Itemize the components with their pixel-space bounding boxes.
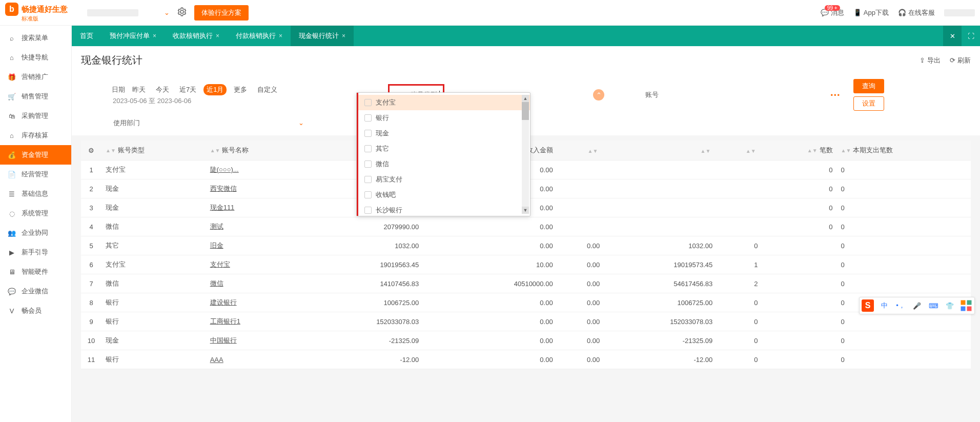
cell-account-name[interactable]: AAA xyxy=(206,350,311,369)
column-header[interactable]: ⚙ xyxy=(81,140,101,160)
column-header[interactable]: ▲▼ xyxy=(557,140,604,160)
cell-account-name[interactable]: 旧金 xyxy=(206,236,311,255)
sidebar-item-11[interactable]: ▶新手引导 xyxy=(0,243,71,262)
scroll-thumb[interactable] xyxy=(522,102,529,120)
scroll-up-arrow[interactable]: ▲ xyxy=(522,95,529,102)
sidebar-item-2[interactable]: 🎁营销推广 xyxy=(0,67,71,87)
date-option[interactable]: 昨天 xyxy=(129,84,149,95)
export-button[interactable]: ⇪ 导出 xyxy=(920,56,941,65)
date-option[interactable]: 今天 xyxy=(153,84,172,95)
ime-punct-icon[interactable]: •， xyxy=(894,299,907,312)
column-header[interactable]: ▲▼笔数 xyxy=(762,140,837,160)
dropdown-option[interactable]: 微信 xyxy=(358,156,530,172)
messages-link[interactable]: 💬 99 + 消息 xyxy=(821,8,844,17)
dropdown-option[interactable]: 收钱吧 xyxy=(358,187,530,203)
dropdown-option[interactable]: 银行 xyxy=(358,110,530,126)
app-download-link[interactable]: 📱 App下载 xyxy=(853,8,889,17)
checkbox[interactable] xyxy=(364,207,372,214)
cell-account-name[interactable]: 建设银行 xyxy=(206,293,311,312)
date-option[interactable]: 自定义 xyxy=(254,84,280,95)
gear-icon[interactable] xyxy=(177,7,187,18)
sort-icon[interactable]: ▲▼ xyxy=(700,150,710,152)
sidebar-item-14[interactable]: V畅会员 xyxy=(0,301,71,320)
dropdown-option[interactable]: 易宝支付 xyxy=(358,172,530,187)
sort-icon[interactable]: ▲▼ xyxy=(588,150,598,152)
dropdown-option[interactable]: 支付宝 xyxy=(358,95,530,110)
department-selector[interactable]: ⌄ xyxy=(145,119,304,127)
checkbox[interactable] xyxy=(364,191,372,198)
checkbox[interactable] xyxy=(364,130,372,137)
sort-icon[interactable]: ▲▼ xyxy=(106,149,116,152)
dropdown-option[interactable]: 其它 xyxy=(358,141,530,156)
column-header[interactable]: ▲▼账号类型 xyxy=(101,140,206,160)
more-filters-button[interactable]: ••• xyxy=(830,91,841,99)
ime-tools-icon[interactable] xyxy=(960,299,972,312)
sort-icon[interactable]: ▲▼ xyxy=(807,149,818,152)
close-icon[interactable]: × xyxy=(279,32,282,39)
dropdown-option[interactable]: 长沙银行 xyxy=(358,203,530,216)
cell-account-name[interactable]: 工商银行1 xyxy=(206,312,311,331)
sidebar-item-10[interactable]: 👥企业协同 xyxy=(0,223,71,243)
customer-service-link[interactable]: 🎧 在线客服 xyxy=(898,8,935,17)
column-header[interactable]: ▲▼本期支出笔数 xyxy=(837,140,971,160)
cell-account-name[interactable]: 微信 xyxy=(206,274,311,293)
close-icon[interactable]: × xyxy=(153,32,156,39)
sidebar-item-3[interactable]: 🛒销售管理 xyxy=(0,87,71,106)
checkbox[interactable] xyxy=(364,145,372,152)
cell-account-name[interactable]: 支付宝 xyxy=(206,255,311,274)
query-button[interactable]: 查询 xyxy=(853,79,884,93)
cell-account-name[interactable]: 现金111 xyxy=(206,198,311,217)
sidebar-item-8[interactable]: ☰基础信息 xyxy=(0,184,71,204)
checkbox[interactable] xyxy=(364,160,372,168)
gear-icon[interactable]: ⚙ xyxy=(88,147,94,154)
cell-account-name[interactable]: 测试 xyxy=(206,217,311,236)
column-header[interactable]: ▲▼ xyxy=(717,140,762,160)
tab-2[interactable]: 收款核销执行× xyxy=(165,26,228,46)
sidebar-item-4[interactable]: 🛍采购管理 xyxy=(0,106,71,126)
checkbox[interactable] xyxy=(364,114,372,122)
date-option[interactable]: 近7天 xyxy=(176,84,199,95)
cell-account-name[interactable]: 陡(○○○)... xyxy=(206,160,311,179)
org-selector[interactable]: ⌄ xyxy=(87,9,170,16)
ime-toolbar[interactable]: S 中 •， 🎤 ⌨ 👕 xyxy=(859,297,975,314)
date-option[interactable]: 近1月 xyxy=(203,84,227,95)
ime-lang-toggle[interactable]: 中 xyxy=(878,299,890,312)
sidebar-item-1[interactable]: ⌂快捷导航 xyxy=(0,48,71,67)
cell-account-name[interactable]: 中国银行 xyxy=(206,331,311,350)
column-header[interactable]: ▲▼ xyxy=(604,140,717,160)
ime-keyboard-icon[interactable]: ⌨ xyxy=(927,299,940,312)
close-icon[interactable]: × xyxy=(216,32,219,39)
checkbox[interactable] xyxy=(364,176,372,183)
sort-icon[interactable]: ▲▼ xyxy=(210,149,220,152)
column-header[interactable]: ▲▼账号名称 xyxy=(206,140,311,160)
sort-icon[interactable]: ▲▼ xyxy=(841,149,851,152)
user-avatar[interactable] xyxy=(944,9,975,16)
sogou-ime-icon[interactable]: S xyxy=(862,299,874,312)
sidebar-item-5[interactable]: ⌂库存核算 xyxy=(0,126,71,145)
ime-voice-icon[interactable]: 🎤 xyxy=(911,299,923,312)
fullscreen-button[interactable]: ⛶ xyxy=(962,26,980,46)
sidebar-item-9[interactable]: ◌系统管理 xyxy=(0,204,71,223)
cell-account-name[interactable]: 西安微信 xyxy=(206,179,311,198)
dropdown-option[interactable]: 现金 xyxy=(358,126,530,141)
sort-icon[interactable]: ▲▼ xyxy=(746,150,756,152)
tab-1[interactable]: 预付冲应付单× xyxy=(101,26,165,46)
collapse-filter-button[interactable]: ⌃ xyxy=(593,89,604,101)
scroll-down-arrow[interactable]: ▼ xyxy=(522,207,529,214)
settings-button[interactable]: 设置 xyxy=(853,96,884,111)
tab-0[interactable]: 首页 xyxy=(72,26,101,46)
ime-skin-icon[interactable]: 👕 xyxy=(944,299,956,312)
tab-4[interactable]: 现金银行统计× xyxy=(291,26,354,46)
sidebar-item-6[interactable]: 💰资金管理 xyxy=(0,145,71,165)
close-icon[interactable]: × xyxy=(342,32,345,39)
sidebar-item-7[interactable]: 📄经营管理 xyxy=(0,165,71,184)
date-option[interactable]: 更多 xyxy=(231,84,250,95)
dropdown-scrollbar[interactable]: ▲ ▼ xyxy=(522,95,529,214)
sidebar-item-0[interactable]: ⌕搜索菜单 xyxy=(0,28,71,48)
refresh-button[interactable]: ⟳ 刷新 xyxy=(950,56,971,65)
checkbox[interactable] xyxy=(364,99,372,106)
close-all-tabs-button[interactable]: ✕ xyxy=(943,26,962,46)
sidebar-item-12[interactable]: 🖥智能硬件 xyxy=(0,262,71,282)
sidebar-item-13[interactable]: 💬企业微信 xyxy=(0,282,71,301)
tab-3[interactable]: 付款核销执行× xyxy=(228,26,291,46)
